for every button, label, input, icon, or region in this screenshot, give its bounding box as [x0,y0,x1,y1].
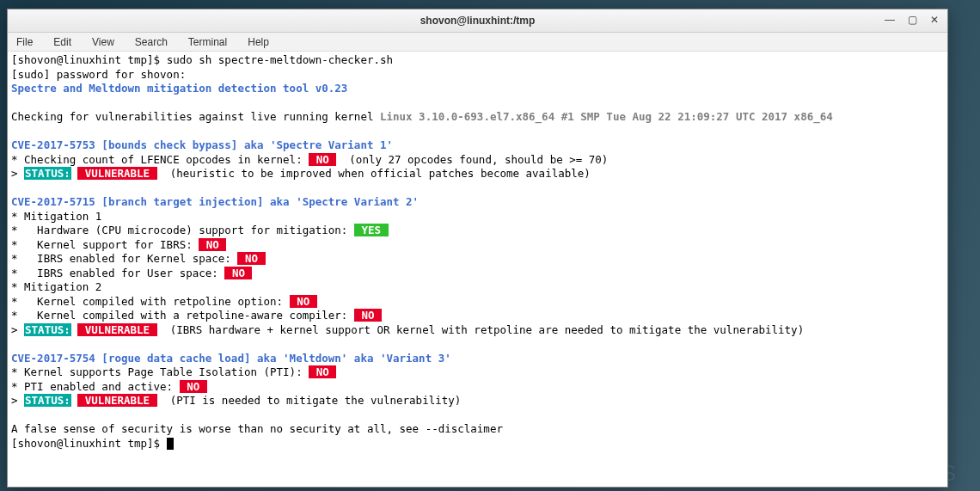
window-controls: — ▢ ✕ [880,11,944,28]
status-label: STATUS: [24,394,71,407]
output-line: * Hardware (CPU microcode) support for m… [11,224,354,236]
kernel-version: Linux 3.10.0-693.el7.x86_64 #1 SMP Tue A… [380,110,833,123]
menu-view[interactable]: View [89,34,118,50]
menu-file[interactable]: File [13,34,36,50]
output-line: > [11,167,24,180]
sudo-prompt: [sudo] password for shovon: [11,68,186,81]
titlebar[interactable]: shovon@linuxhint:/tmp — ▢ ✕ [8,9,947,33]
status-badge-vulnerable: VULNERABLE [77,394,156,407]
menu-edit[interactable]: Edit [50,34,75,50]
status-badge-yes: YES [354,224,389,236]
menu-terminal[interactable]: Terminal [185,34,230,50]
maximize-button[interactable]: ▢ [903,11,922,28]
output-line: * IBRS enabled for User space: [11,267,224,279]
output-line: * Mitigation 2 [11,280,101,293]
menubar: File Edit View Search Terminal Help [8,33,947,52]
minimize-button[interactable]: — [880,11,899,28]
close-button[interactable]: ✕ [925,11,944,28]
output-line: * Kernel support for IBRS: [11,238,199,251]
status-badge-no: NO [180,380,207,393]
terminal-window: shovon@linuxhint:/tmp — ▢ ✕ File Edit Vi… [7,9,948,488]
command-text: sudo sh spectre-meltdown-checker.sh [167,53,393,66]
output-line: * Kernel compiled with retpoline option: [11,295,290,308]
output-line: * Checking count of LFENCE opcodes in ke… [11,153,309,166]
output-line: (IBRS hardware + kernel support OR kerne… [157,323,805,336]
tool-header: Spectre and Meltdown mitigation detectio… [11,82,347,95]
status-badge-no: NO [199,238,226,251]
disclaimer-line: A false sense of security is worse than … [11,422,503,435]
prompt: [shovon@linuxhint tmp]$ [11,53,167,66]
window-title: shovon@linuxhint:/tmp [8,15,947,27]
status-badge-no: NO [309,153,336,166]
prompt: [shovon@linuxhint tmp]$ [11,437,167,450]
status-badge-no: NO [354,309,382,322]
status-label: STATUS: [24,323,71,336]
status-badge-no: NO [224,267,252,279]
cve-heading: CVE-2017-5754 [rogue data cache load] ak… [11,352,451,365]
status-badge-no: NO [237,252,265,265]
cve-heading: CVE-2017-5753 [bounds check bypass] aka … [11,138,393,151]
cve-heading: CVE-2017-5715 [branch target injection] … [11,195,419,208]
output-line: * Kernel supports Page Table Isolation (… [11,365,309,378]
check-label: Checking for vulnerabilities against liv… [11,110,380,123]
output-line: * IBRS enabled for Kernel space: [11,252,237,265]
menu-search[interactable]: Search [132,34,171,50]
output-line: > [11,394,24,407]
output-line: * PTI enabled and active: [11,380,180,393]
status-badge-no: NO [309,365,336,378]
output-line: > [11,323,24,336]
status-badge-vulnerable: VULNERABLE [77,323,156,336]
output-line: * Kernel compiled with a retpoline-aware… [11,309,354,322]
output-line: (PTI is needed to mitigate the vulnerabi… [157,394,462,407]
output-line: (heuristic to be improved when official … [157,167,591,180]
output-line: (only 27 opcodes found, should be >= 70) [336,153,608,166]
status-label: STATUS: [24,167,71,180]
cursor [167,438,174,450]
terminal-content[interactable]: [shovon@linuxhint tmp]$ sudo sh spectre-… [8,52,947,487]
status-badge-vulnerable: VULNERABLE [77,167,156,180]
output-line: * Mitigation 1 [11,210,101,223]
status-badge-no: NO [290,295,317,308]
menu-help[interactable]: Help [244,34,273,50]
